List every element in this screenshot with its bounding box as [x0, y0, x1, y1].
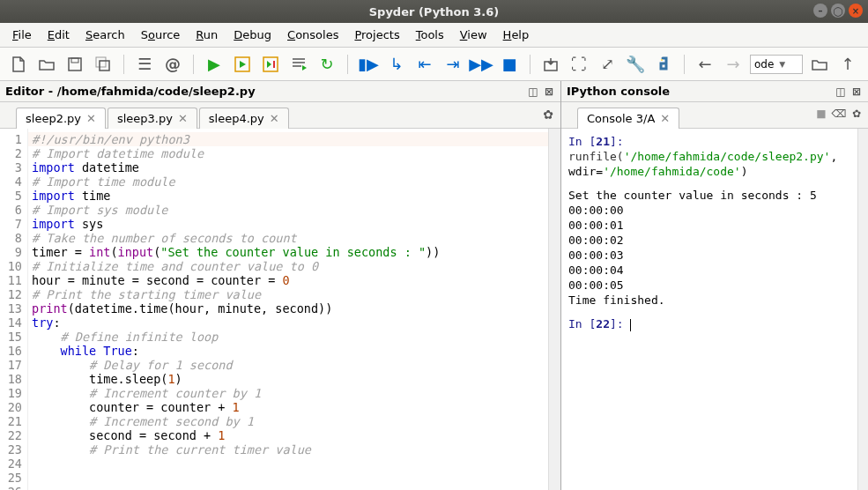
- forward-button[interactable]: →: [722, 53, 745, 76]
- menu-search[interactable]: Search: [78, 25, 132, 45]
- step-into-button[interactable]: ⇤: [413, 53, 436, 76]
- window-close-button[interactable]: ×: [849, 4, 863, 18]
- code-line[interactable]: # Take the number of seconds to count: [32, 231, 548, 245]
- code-line[interactable]: time.sleep(1): [32, 372, 548, 386]
- editor-tab-close-icon[interactable]: ✕: [178, 112, 188, 125]
- menu-debug[interactable]: Debug: [226, 25, 278, 45]
- run-cell-advance-button[interactable]: [259, 53, 282, 76]
- editor-tab-0[interactable]: sleep2.py✕: [16, 108, 106, 129]
- run-button[interactable]: ▶: [203, 53, 226, 76]
- console-tab-close-icon[interactable]: ✕: [660, 112, 670, 125]
- code-line[interactable]: # Increment counter by 1: [32, 386, 548, 400]
- editor-scrollbar[interactable]: [548, 129, 560, 490]
- svg-rect-2: [96, 57, 106, 67]
- menu-projects[interactable]: Projects: [347, 25, 406, 45]
- code-line[interactable]: #!/usr/bin/env python3: [32, 132, 548, 146]
- working-dir-select[interactable]: ode▼: [750, 55, 803, 74]
- console-tab[interactable]: Console 3/A ✕: [577, 108, 679, 129]
- toolbar: ☰ @ ▶ ↻ ▮▶ ↳ ⇤ ⇥ ▶▶ ■ ⛶ ⤢ 🔧 ← → ode▼ ↑: [0, 48, 868, 81]
- editor-tab-1[interactable]: sleep3.py✕: [108, 108, 197, 129]
- python-path-button[interactable]: [652, 53, 675, 76]
- fullscreen-button[interactable]: ⤢: [596, 53, 619, 76]
- editor-tab-options-icon[interactable]: ✿: [543, 108, 553, 122]
- run-cell-button[interactable]: [231, 53, 254, 76]
- menu-source[interactable]: Source: [134, 25, 188, 45]
- editor-tab-label: sleep4.py: [209, 112, 264, 125]
- editor-tabbar: sleep2.py✕sleep3.py✕sleep4.py✕ ✿: [0, 102, 560, 129]
- code-line[interactable]: # Print the starting timer value: [32, 287, 548, 301]
- code-line[interactable]: # Initialize time and counter value to 0: [32, 259, 548, 273]
- step-out-button[interactable]: ⇥: [441, 53, 464, 76]
- console-stop-icon[interactable]: ■: [815, 108, 827, 120]
- at-button[interactable]: @: [161, 53, 184, 76]
- continue-button[interactable]: ▶▶: [470, 53, 493, 76]
- code-line[interactable]: # Delay for 1 second: [32, 358, 548, 372]
- code-line[interactable]: counter = counter + 1: [32, 400, 548, 414]
- save-all-button[interactable]: [92, 53, 115, 76]
- new-file-button[interactable]: [7, 53, 30, 76]
- menu-edit[interactable]: Edit: [41, 25, 77, 45]
- debug-button[interactable]: ▮▶: [357, 53, 380, 76]
- console-output-line: 00:00:01: [568, 218, 861, 233]
- step-button[interactable]: ↳: [385, 53, 408, 76]
- parent-dir-button[interactable]: ↑: [836, 53, 859, 76]
- window-minimize-button[interactable]: –: [813, 4, 827, 18]
- code-line[interactable]: try:: [32, 316, 548, 330]
- menu-consoles[interactable]: Consoles: [280, 25, 345, 45]
- console-undock-icon[interactable]: ◫: [835, 85, 847, 98]
- open-file-button[interactable]: [35, 53, 58, 76]
- code-line[interactable]: while True:: [32, 344, 548, 358]
- code-line[interactable]: # Print the current timer value: [32, 442, 548, 457]
- svg-point-8: [661, 59, 663, 61]
- code-line[interactable]: # Import time module: [32, 174, 548, 189]
- code-line[interactable]: import time: [32, 189, 548, 203]
- run-selection-button[interactable]: [287, 53, 310, 76]
- editor-tab-close-icon[interactable]: ✕: [270, 112, 279, 125]
- window-maximize-button[interactable]: ◯: [831, 4, 845, 18]
- code-line[interactable]: timer = int(input("Set the counter value…: [32, 245, 548, 259]
- outline-button[interactable]: ☰: [133, 53, 156, 76]
- editor-pane-title: Editor - /home/fahmida/code/sleep2.py ◫ …: [0, 81, 560, 102]
- menu-help[interactable]: Help: [496, 25, 537, 45]
- maximize-button[interactable]: ⛶: [568, 53, 590, 76]
- editor-tab-close-icon[interactable]: ✕: [86, 112, 96, 125]
- stop-debug-button[interactable]: ■: [498, 53, 521, 76]
- editor-close-icon[interactable]: ⊠: [543, 85, 555, 98]
- code-line[interactable]: import sys: [32, 217, 548, 231]
- preferences-button[interactable]: 🔧: [624, 53, 647, 76]
- console-output-line: 00:00:05: [568, 278, 861, 293]
- svg-rect-3: [100, 61, 109, 71]
- console-output-line: 00:00:04: [568, 263, 861, 278]
- code-line[interactable]: # Define infinite loop: [32, 330, 548, 344]
- browse-dir-button[interactable]: [808, 53, 831, 76]
- code-line[interactable]: hour = minute = second = counter = 0: [32, 273, 548, 287]
- menu-view[interactable]: View: [453, 25, 494, 45]
- code-line[interactable]: print(datetime.time(hour, minute, second…: [32, 301, 548, 316]
- menu-file[interactable]: File: [5, 25, 39, 45]
- code-line[interactable]: # Import sys module: [32, 203, 548, 217]
- ipython-console[interactable]: In [21]: runfile('/home/fahmida/code/sle…: [561, 129, 868, 490]
- console-close-icon[interactable]: ⊠: [850, 85, 863, 98]
- import-button[interactable]: [539, 53, 562, 76]
- save-file-button[interactable]: [63, 53, 86, 76]
- menu-tools[interactable]: Tools: [409, 25, 451, 45]
- code-line[interactable]: # Import datetime module: [32, 146, 548, 160]
- code-editor[interactable]: 1234567891011121314151617181920212223242…: [0, 129, 560, 490]
- console-output-line: Time finished.: [568, 293, 861, 308]
- code-line[interactable]: second = second + 1: [32, 428, 548, 442]
- editor-tab-label: sleep2.py: [26, 112, 81, 125]
- console-clear-icon[interactable]: ⌫: [833, 108, 845, 120]
- console-output-line: 00:00:00: [568, 203, 861, 218]
- code-line[interactable]: import datetime: [32, 160, 548, 174]
- rerun-button[interactable]: ↻: [315, 53, 338, 76]
- menu-run[interactable]: Run: [189, 25, 225, 45]
- console-options-icon[interactable]: ✿: [850, 108, 863, 120]
- svg-rect-0: [69, 58, 81, 71]
- back-button[interactable]: ←: [694, 53, 716, 76]
- svg-rect-6: [273, 61, 275, 68]
- editor-undock-icon[interactable]: ◫: [527, 85, 539, 98]
- code-line[interactable]: # Increment second by 1: [32, 414, 548, 428]
- editor-tab-2[interactable]: sleep4.py✕: [199, 108, 289, 129]
- menubar: File Edit Search Source Run Debug Consol…: [0, 23, 868, 48]
- console-scrollbar[interactable]: [857, 129, 868, 490]
